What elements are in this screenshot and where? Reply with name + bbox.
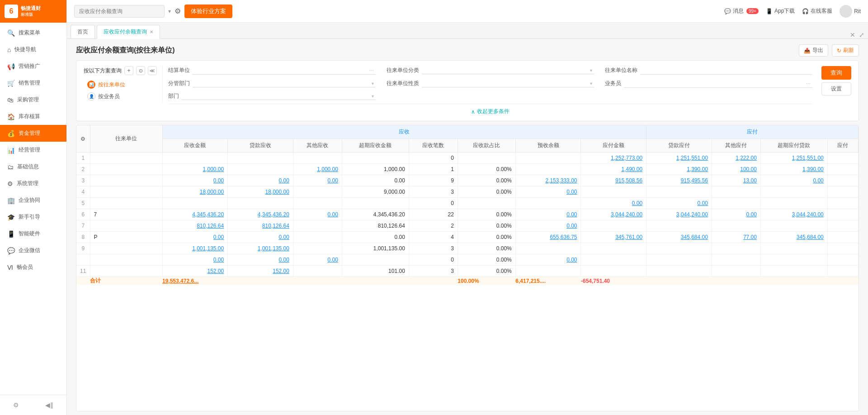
tab-close-window-icon[interactable]: ✕ [850, 31, 855, 38]
sidebar-label-guide: 新手引导 [19, 213, 40, 221]
footer-ysjine[interactable]: 19,553,472.6... [162, 277, 228, 285]
inventory-nav-icon: 🏠 [7, 113, 15, 120]
col-dkys[interactable]: 贷款应收 [228, 139, 293, 153]
table-wrapper: ⚙ 往来单位 应收 应付 应收金额 贷款应收 其他应收 超期应收金额 应收笔数 … [76, 125, 859, 411]
table-row: 418,000.0018,000.009,000.0030.00%0.00 [76, 186, 859, 198]
sidebar-item-inventory[interactable]: 🏠 库存核算 [0, 108, 66, 125]
col-ysbishu[interactable]: 应收笔数 [409, 139, 458, 153]
sidebar-item-marketing[interactable]: 📢 营销推广 [0, 58, 66, 75]
message-label: 消息 [733, 7, 744, 15]
tab-close-icon[interactable]: ✕ [150, 29, 153, 34]
add-filter-icon[interactable]: + [124, 66, 133, 75]
yewuyuan-value[interactable]: ··· [624, 79, 812, 88]
filter-field-dept: 部门 ▾ [168, 92, 376, 100]
sidebar-item-hardware[interactable]: 📱 智能硬件 [0, 225, 66, 242]
sidebar-item-purchase[interactable]: 🛍 采购管理 [0, 91, 66, 108]
export-button[interactable]: 📤 导出 [799, 44, 828, 57]
dropdown-arrow-icon[interactable]: ▾ [168, 8, 171, 14]
sidebar-label-member: 畅会员 [17, 263, 33, 271]
search-nav-icon: 🔍 [7, 29, 15, 37]
footer-qtyf [712, 277, 760, 285]
sidebar-item-corp[interactable]: 🏢 企业协同 [0, 192, 66, 209]
online-service-item[interactable]: 🎧 在线客服 [802, 7, 832, 15]
filter-field-wanglai-type: 往来单位分类 ▾ [387, 66, 594, 75]
sidebar-item-wechat[interactable]: 💬 企业微信 [0, 242, 66, 259]
wanglai-name-input[interactable] [642, 67, 811, 73]
footer-yszhanbi: 100.00% [458, 277, 515, 285]
export-icon: 📤 [804, 48, 811, 54]
table-row: 21,000.001,000.001,000.0010.00%1,490.001… [76, 164, 859, 175]
content-area: 应收应付余额查询(按往来单位) 📤 导出 ↻ 刷新 [67, 39, 868, 415]
edit-filter-icon[interactable]: ⊙ [136, 66, 145, 75]
filter-option-by-unit[interactable]: 📊 按往来单位 [84, 79, 157, 91]
col-qtys[interactable]: 其他应收 [293, 139, 342, 153]
footer-collapse-icon[interactable]: ◀‖ [42, 399, 56, 411]
quick-nav-icon: ⌂ [7, 46, 11, 53]
wanglai-name-label: 往来单位名称 [605, 67, 637, 74]
refresh-button[interactable]: ↻ 刷新 [832, 44, 859, 57]
footer-settings-icon[interactable]: ⚙ [10, 399, 22, 411]
col-ysjine[interactable]: 应收金额 [162, 139, 228, 153]
col-group-yingshou: 应收 [162, 125, 646, 139]
col-cqys[interactable]: 超期应收金额 [342, 139, 409, 153]
dept-label: 部门 [168, 92, 179, 100]
tab-bar: 首页 应收应付余额查询 ✕ ✕ ⤢ [67, 23, 868, 39]
sidebar-item-finance[interactable]: 💰 资金管理 [0, 125, 66, 142]
query-button[interactable]: 查询 [821, 66, 851, 80]
page-actions: 📤 导出 ↻ 刷新 [799, 44, 859, 57]
breadcrumb-input[interactable] [74, 5, 165, 18]
member-nav-icon: Ⅵ [7, 264, 13, 271]
col-yfshu[interactable]: 应付 [827, 139, 858, 153]
sidebar-item-sales[interactable]: 🛒 销售管理 [0, 75, 66, 91]
filter-option-by-staff[interactable]: 👤 按业务员 [84, 91, 157, 102]
jiesuan-dots-icon[interactable]: ··· [369, 67, 374, 73]
page-header: 应收应付余额查询(按往来单位) 📤 导出 ↻ 刷新 [67, 39, 868, 60]
settings-button[interactable]: 设置 [821, 82, 851, 95]
wanglai-nature-value[interactable]: ▾ [422, 80, 594, 87]
app-download-item[interactable]: 📱 App下载 [766, 7, 795, 15]
fenguan-value[interactable]: ▾ [193, 80, 376, 87]
col-yszhanbi[interactable]: 应收款占比 [458, 139, 515, 153]
filter-option-by-unit-icon: 📊 [87, 81, 95, 89]
col-yuyue[interactable]: 预收余额 [515, 139, 581, 153]
finance-nav-icon: 💰 [7, 130, 15, 137]
col-cqyf[interactable]: 超期应付贷款 [760, 139, 827, 153]
yewuyuan-dots-icon[interactable]: ··· [806, 80, 811, 86]
message-item[interactable]: 💬 消息 99+ [724, 7, 759, 15]
table-row: 30.000.000.000.0090.00%2,153,333.00915,5… [76, 175, 859, 186]
footer-dkyf [646, 277, 712, 285]
tab-home[interactable]: 首页 [71, 25, 95, 38]
operation-nav-icon: 📊 [7, 147, 15, 154]
col-settings-icon[interactable]: ⚙ [76, 125, 90, 153]
more-filter-icon[interactable]: ≪ [148, 66, 157, 75]
user-avatar-item[interactable]: Rit [840, 5, 861, 18]
sidebar-item-search[interactable]: 🔍 搜索菜单 [0, 24, 66, 41]
tab-balance-query[interactable]: 应收应付余额查询 ✕ [97, 25, 160, 39]
sidebar-item-quick[interactable]: ⌂ 快捷导航 [0, 41, 66, 58]
settings-icon[interactable]: ⚙ [175, 7, 181, 15]
sidebar-label-hardware: 智能硬件 [19, 230, 40, 238]
collapse-button[interactable]: ∧ 收起更多条件 [471, 108, 509, 115]
chevron-up-icon: ∧ [471, 109, 475, 115]
sidebar-item-member[interactable]: Ⅵ 畅会员 [0, 259, 66, 276]
footer-yuyue: 6,417,215.... [515, 277, 581, 285]
sidebar-item-operation[interactable]: 📊 经营管理 [0, 142, 66, 158]
sidebar-item-base[interactable]: 🗂 基础信息 [0, 158, 66, 175]
wanglai-type-value[interactable]: ▾ [422, 67, 594, 74]
online-service-label: 在线客服 [811, 7, 832, 15]
filter-area: 按以下方案查询 + ⊙ ≪ 📊 按往来单位 👤 按业务员 [76, 60, 859, 121]
sidebar-item-guide[interactable]: 🎓 新手引导 [0, 209, 66, 225]
app-logo: 6 畅捷通财 标准版 [0, 0, 66, 23]
sidebar-item-system[interactable]: ⚙ 系统管理 [0, 175, 66, 192]
solution-button[interactable]: 体验行业方案 [184, 5, 232, 18]
jiesuan-value[interactable]: ··· [193, 66, 376, 75]
col-yfjine[interactable]: 应付金额 [581, 139, 646, 153]
wanglai-name-value[interactable] [640, 66, 812, 75]
tab-maximize-icon[interactable]: ⤢ [859, 31, 864, 38]
data-table: ⚙ 往来单位 应收 应付 应收金额 贷款应收 其他应收 超期应收金额 应收笔数 … [76, 125, 859, 285]
col-qtyf[interactable]: 其他应付 [712, 139, 760, 153]
col-dkyf[interactable]: 贷款应付 [646, 139, 712, 153]
table-row: 0.000.000.0000.00%0.00 [76, 254, 859, 266]
footer-qtys [293, 277, 342, 285]
dept-value[interactable]: ▾ [182, 93, 376, 100]
